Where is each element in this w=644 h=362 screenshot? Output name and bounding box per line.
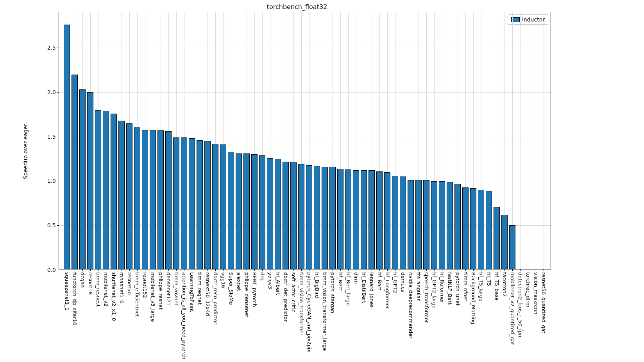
x-tick-mark [325,269,325,271]
x-tick-mark [512,269,513,271]
x-tick-label: BERT_pytorch [252,272,258,307]
bar [361,170,367,269]
x-tick-mark [200,269,200,271]
x-tick-label: fastNLP_Bert [447,272,453,305]
x-tick-mark [395,269,395,271]
bar [72,75,78,269]
x-tick-mark [90,269,91,271]
grid-line-vertical [544,12,544,269]
x-tick-label: hf_GPT2 [392,272,398,293]
bar [157,130,164,269]
x-tick-label: timm_vovnet [174,272,179,305]
x-tick-mark [465,269,466,271]
x-tick-mark [153,269,153,271]
x-tick-mark [379,269,380,271]
bar [454,184,461,269]
x-tick-mark [434,269,435,271]
bar [439,181,445,269]
x-tick-mark [411,269,411,271]
x-tick-mark [184,269,184,271]
grid-line-horizontal [59,181,551,181]
x-tick-label: timm_vision_transformer [299,272,304,335]
x-tick-label: densenet121 [166,272,172,305]
x-tick-mark [98,269,98,271]
x-tick-mark [215,269,216,271]
bar [95,110,101,269]
x-tick-label: soft_actor_critic [291,272,297,312]
x-tick-label: mnasnet1_0 [119,272,125,303]
x-tick-label: hf_DistilBert [361,272,367,303]
x-tick-label: resnext50_32x4d [205,272,211,316]
bar [415,180,422,269]
x-tick-mark [387,269,388,271]
bar [337,169,343,269]
x-tick-mark [317,269,317,271]
x-tick-mark [364,269,364,271]
x-tick-label: timm_vision_transformer_large [322,272,328,351]
x-tick-mark [520,269,521,271]
bar [236,153,242,269]
bar [400,177,406,269]
bar [259,155,265,269]
x-tick-mark [192,269,192,271]
legend-label: inductor [522,16,545,23]
bar [64,25,70,269]
grid-line-horizontal [59,137,551,137]
y-tick-label: 1.5 [47,134,56,140]
x-tick-label: demucs [400,272,406,292]
x-tick-mark [481,269,481,271]
x-tick-label: mobilenet_v3_large [150,272,156,322]
bar [79,89,86,269]
x-tick-mark [473,269,474,271]
x-tick-mark [333,269,333,271]
bar [369,170,375,269]
x-tick-mark [176,269,177,271]
x-tick-label: pytorch_CycleGAN_and_pix2pix [306,272,312,352]
x-tick-label: hf_T5_base [494,272,500,301]
bar [462,187,469,269]
bar [509,225,515,269]
grid-line-horizontal [59,225,551,226]
x-tick-label: resnet50_quantized_qat [541,272,547,333]
bar [376,171,383,269]
x-tick-mark [489,269,489,271]
x-tick-label: resnet18 [88,272,93,295]
x-tick-mark [161,269,161,271]
x-tick-mark [122,269,122,271]
x-tick-label: drq [259,272,265,281]
bar [134,127,140,269]
x-tick-mark [82,269,83,271]
x-tick-mark [340,269,341,271]
bar [251,154,258,269]
grid-line-horizontal [59,92,551,93]
x-tick-mark [75,269,75,271]
bar [329,167,336,269]
x-tick-label: hf_Bert [338,272,343,291]
x-tick-mark [356,269,356,271]
x-tick-mark [528,269,528,271]
bar [267,158,273,269]
x-tick-label: phlippe_densenet [244,272,250,317]
x-tick-mark [208,269,208,271]
x-tick-label: vision_maskrcnn [533,272,539,314]
bar [142,130,148,269]
y-tick-label: 2.0 [47,89,56,95]
x-tick-label: vgg16 [220,272,226,288]
x-tick-label: hf_T5 [486,272,492,286]
x-tick-label: pytorch_stargan [330,272,336,313]
x-tick-label: phlippe_resnet [158,272,164,310]
x-tick-mark [145,269,145,271]
plot-area: inductor 0.00.51.01.52.02.5squeezenet1_1… [59,12,551,269]
x-tick-label: hf_Reformer [439,272,445,303]
x-tick-label: resnet50 [127,272,132,295]
y-tick-mark [57,270,59,270]
x-tick-mark [114,269,114,271]
x-tick-mark [348,269,349,271]
x-tick-mark [403,269,403,271]
bar [470,188,476,269]
x-tick-mark [106,269,106,271]
x-tick-mark [309,269,309,271]
bar [447,182,453,269]
x-tick-mark [239,269,239,271]
x-tick-label: yolov3 [267,272,273,289]
